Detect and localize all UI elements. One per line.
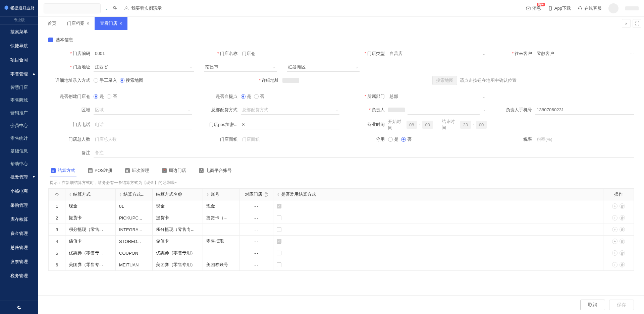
- th-account[interactable]: ▲▼账号: [203, 189, 240, 200]
- subtab-nearby[interactable]: 📍周边门店: [161, 164, 187, 177]
- tab-store-archive[interactable]: 门店档案×: [62, 17, 95, 30]
- subtab-ecom[interactable]: A电商平台账号: [198, 164, 233, 177]
- area-input[interactable]: [241, 135, 339, 144]
- owner-phone-input[interactable]: [535, 105, 634, 115]
- sidebar-item[interactable]: 采购管理: [0, 198, 38, 212]
- disable-no[interactable]: 否: [401, 136, 412, 142]
- remark-input[interactable]: [94, 148, 634, 158]
- gear-icon[interactable]: [112, 5, 117, 11]
- close-icon[interactable]: ×: [119, 21, 122, 26]
- store-code-input[interactable]: [94, 49, 192, 58]
- sidebar-item[interactable]: 税务管理: [0, 269, 38, 283]
- table-settings-icon[interactable]: [49, 189, 65, 200]
- create-wh-yes[interactable]: 是: [94, 93, 104, 100]
- supply-select[interactable]: [241, 105, 339, 115]
- sidebar-subitem[interactable]: 会员中心: [0, 119, 38, 132]
- customer-input[interactable]: [535, 49, 627, 58]
- sidebar-subitem[interactable]: 营销推广: [0, 107, 38, 119]
- self-pick-yes[interactable]: 是: [241, 93, 251, 100]
- table-row[interactable]: 6美团券（零售专...MEITUAN美团券（零售专用）美团券账号- -+🗑: [49, 259, 634, 271]
- detail-address-input[interactable]: [302, 76, 423, 85]
- owner-input[interactable]: [408, 105, 480, 115]
- tax-input[interactable]: [535, 135, 634, 144]
- table-row[interactable]: 3积分抵现（零售...INTEGRA...积分抵现（零售专...- -+🗑: [49, 224, 634, 236]
- table-row[interactable]: 5优惠券（零售专...COUPON优惠券（零售专用）- -+🗑: [49, 247, 634, 259]
- start-hour[interactable]: 08: [407, 121, 417, 129]
- th-store[interactable]: 对应门店?: [240, 189, 273, 200]
- delete-icon[interactable]: 🗑: [620, 227, 625, 232]
- mode-manual-radio[interactable]: 手工录入: [94, 77, 117, 83]
- sidebar-subitem[interactable]: 智慧门店: [0, 81, 38, 94]
- subtab-settlement[interactable]: ≡结算方式: [50, 164, 76, 177]
- sidebar-item[interactable]: 小畅电商: [0, 184, 38, 198]
- sidebar-subitem[interactable]: 帮助中心: [0, 158, 38, 170]
- save-button[interactable]: 保存: [609, 300, 634, 310]
- store-phone-input[interactable]: [94, 120, 192, 129]
- sidebar-subitem[interactable]: 零售商城: [0, 94, 38, 107]
- sidebar-item[interactable]: 批发管理▼: [0, 170, 38, 184]
- th-settle-name[interactable]: 结算方式名称: [153, 189, 203, 200]
- tab-view-store[interactable]: 查看门店×: [95, 17, 127, 30]
- end-hour[interactable]: 23: [460, 121, 471, 129]
- district-select[interactable]: [287, 62, 360, 72]
- help-icon[interactable]: ?: [264, 192, 268, 197]
- dept-select[interactable]: [388, 92, 487, 101]
- store-type-select[interactable]: [388, 49, 487, 58]
- chevron-down-icon[interactable]: ⌄: [105, 6, 108, 11]
- cancel-button[interactable]: 取消: [580, 300, 605, 310]
- sidebar-subitem[interactable]: 零售统计: [0, 132, 38, 145]
- th-common[interactable]: ▲▼是否常用结算方式: [273, 189, 603, 200]
- store-name-input[interactable]: [241, 49, 339, 58]
- sidebar-item[interactable]: 总账管理: [0, 241, 38, 255]
- sidebar-item[interactable]: 零售管理▲: [0, 67, 38, 81]
- avatar[interactable]: [608, 3, 619, 13]
- table-row[interactable]: 2提货卡PICKUPC...提货卡提货卡（...- -+🗑: [49, 212, 634, 224]
- sidebar-item[interactable]: 库存核算: [0, 212, 38, 227]
- region-select[interactable]: [94, 105, 192, 115]
- city-select[interactable]: [204, 62, 277, 72]
- demo-link[interactable]: 我要看实例演示: [124, 5, 162, 11]
- close-icon[interactable]: ×: [87, 21, 89, 26]
- th-settle-method[interactable]: ▲▼结算方式: [65, 189, 116, 200]
- workspace-selector[interactable]: [44, 3, 101, 13]
- create-wh-no[interactable]: 否: [107, 93, 117, 100]
- table-row[interactable]: 1现金01现金现金- -✓+🗑: [49, 200, 634, 212]
- delete-icon[interactable]: 🗑: [620, 262, 625, 267]
- sidebar-item[interactable]: 项目合同: [0, 53, 38, 67]
- disable-yes[interactable]: 是: [388, 136, 398, 142]
- delete-icon[interactable]: 🗑: [620, 250, 625, 256]
- add-icon[interactable]: +: [612, 262, 618, 267]
- sidebar-settings[interactable]: [0, 301, 38, 314]
- download-button[interactable]: App下载: [548, 5, 571, 11]
- sidebar-item[interactable]: 搜索菜单: [0, 25, 38, 39]
- add-icon[interactable]: +: [612, 250, 618, 256]
- delete-icon[interactable]: 🗑: [620, 203, 625, 209]
- fullscreen-icon[interactable]: ⛶: [633, 19, 641, 28]
- table-row[interactable]: 4储值卡STORED...储值卡零售抵现- -✓+🗑: [49, 236, 634, 247]
- add-icon[interactable]: +: [612, 203, 618, 209]
- staff-input[interactable]: [94, 135, 192, 144]
- add-icon[interactable]: +: [612, 227, 618, 232]
- end-min[interactable]: 00: [476, 121, 487, 129]
- th-settle-code[interactable]: ▲▼结算方式...: [116, 189, 153, 200]
- add-icon[interactable]: +: [612, 215, 618, 221]
- tab-home[interactable]: 首页: [42, 17, 62, 30]
- province-select[interactable]: [94, 62, 194, 72]
- messages-button[interactable]: 消息 99+: [526, 5, 541, 11]
- delete-icon[interactable]: 🗑: [620, 239, 625, 244]
- pos-input[interactable]: [241, 120, 339, 129]
- delete-icon[interactable]: 🗑: [620, 215, 625, 221]
- self-pick-no[interactable]: 否: [254, 93, 264, 100]
- search-map-button[interactable]: 搜索地图: [432, 76, 457, 85]
- sidebar-subitem[interactable]: 基础信息: [0, 145, 38, 158]
- sidebar-item[interactable]: 资金管理: [0, 227, 38, 241]
- mode-map-radio[interactable]: 搜索地图: [120, 77, 143, 83]
- subtab-pos[interactable]: ▦POS注册: [87, 164, 114, 177]
- close-all-icon[interactable]: ×: [622, 19, 631, 28]
- subtab-shift[interactable]: ◧班次管理: [124, 164, 151, 177]
- start-min[interactable]: 00: [422, 121, 433, 129]
- sidebar-item[interactable]: 发票管理: [0, 255, 38, 269]
- service-button[interactable]: 在线客服: [578, 5, 602, 11]
- sidebar-item[interactable]: 快捷导航: [0, 39, 38, 53]
- add-icon[interactable]: +: [612, 239, 618, 244]
